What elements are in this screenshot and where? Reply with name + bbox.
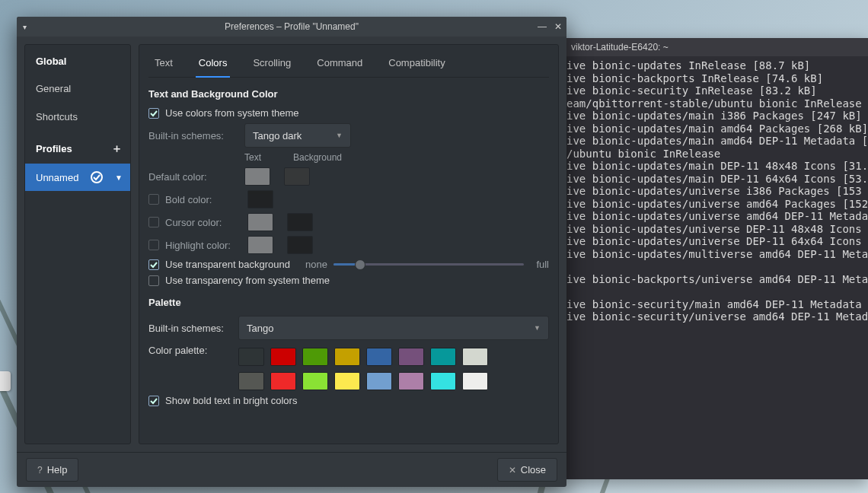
label-color-palette: Color palette: — [148, 345, 232, 356]
palette-swatch-1-1[interactable] — [270, 372, 296, 390]
sidebar-profile-unnamed[interactable]: Unnamed ▼ — [25, 164, 130, 191]
checkbox-show-bold-bright[interactable] — [148, 396, 159, 406]
checkbox-bold-color — [148, 194, 159, 205]
close-x-icon: ✕ — [509, 465, 516, 476]
main-panel: TextColorsScrollingCommandCompatibility … — [139, 44, 559, 444]
label-builtin-schemes: Built-in schemes: — [148, 130, 238, 142]
sidebar-profiles-heading: Profiles — [36, 143, 72, 154]
palette-swatch-1-2[interactable] — [302, 372, 328, 390]
palette-grid — [238, 348, 488, 390]
tab-command[interactable]: Command — [314, 54, 365, 77]
label-show-bold-bright: Show bold text in bright colors — [165, 395, 297, 406]
help-button[interactable]: ? Help — [26, 458, 78, 482]
label-none: none — [305, 259, 327, 270]
swatch-highlight-bg — [287, 236, 313, 254]
palette-swatch-1-7[interactable] — [462, 372, 488, 390]
dialog-title-text: Preferences – Profile "Unnamed" — [225, 21, 359, 32]
label-full: full — [536, 259, 549, 270]
label-transparency-theme: Use transparency from system theme — [165, 275, 330, 286]
swatch-cursor-text — [247, 213, 273, 231]
palette-swatch-1-5[interactable] — [398, 372, 424, 390]
checkbox-transparency-theme[interactable] — [148, 275, 159, 286]
profile-default-icon — [91, 171, 103, 183]
chevron-down-icon: ▼ — [336, 132, 343, 139]
terminal-title: viktor-Latitude-E6420: ~ — [565, 38, 868, 56]
select-palette-scheme[interactable]: Tango ▼ — [238, 316, 549, 340]
palette-swatch-1-4[interactable] — [366, 372, 392, 390]
palette-swatch-1-3[interactable] — [334, 372, 360, 390]
col-text: Text — [244, 152, 275, 163]
dialog-titlebar: ▾ Preferences – Profile "Unnamed" — ✕ — [17, 17, 566, 37]
palette-swatch-0-2[interactable] — [302, 348, 328, 366]
taskbar-peek — [0, 371, 11, 391]
window-menu-icon[interactable]: ▾ — [23, 23, 27, 31]
label-highlight-color: Highlight color: — [165, 240, 241, 251]
tabs: TextColorsScrollingCommandCompatibility — [148, 45, 549, 78]
profile-name: Unnamed — [36, 172, 78, 183]
swatch-cursor-bg — [287, 213, 313, 231]
minimize-icon[interactable]: — — [538, 21, 547, 32]
terminal-output: ive bionic-updates InRelease [88.7 kB] i… — [565, 56, 868, 326]
palette-swatch-0-6[interactable] — [430, 348, 456, 366]
tab-compatibility[interactable]: Compatibility — [385, 54, 448, 77]
col-bg: Background — [293, 152, 342, 163]
swatch-default-bg — [284, 167, 310, 186]
select-builtin-scheme[interactable]: Tango dark ▼ — [244, 123, 351, 148]
swatch-highlight-text — [247, 236, 273, 254]
tab-text[interactable]: Text — [152, 54, 176, 77]
palette-swatch-0-5[interactable] — [398, 348, 424, 366]
profile-menu-icon[interactable]: ▼ — [115, 173, 123, 182]
label-cursor-color: Cursor color: — [165, 217, 241, 228]
palette-swatch-0-7[interactable] — [462, 348, 488, 366]
checkbox-use-system-colors[interactable] — [148, 108, 159, 119]
add-profile-icon[interactable]: ＋ — [111, 142, 123, 156]
terminal-window: viktor-Latitude-E6420: ~ ive bionic-upda… — [565, 38, 868, 479]
slider-transparency[interactable] — [333, 259, 524, 270]
sidebar: Global General Shortcuts Profiles ＋ Unna… — [24, 44, 131, 444]
chevron-down-icon: ▼ — [534, 324, 541, 332]
close-icon[interactable]: ✕ — [554, 21, 562, 32]
palette-swatch-1-0[interactable] — [238, 372, 264, 390]
sidebar-item-general[interactable]: General — [25, 75, 130, 103]
sidebar-global-heading: Global — [25, 45, 130, 75]
palette-swatch-0-1[interactable] — [270, 348, 296, 366]
tab-colors[interactable]: Colors — [196, 54, 231, 78]
tab-scrolling[interactable]: Scrolling — [250, 54, 294, 77]
label-bold-color: Bold color: — [165, 194, 241, 205]
palette-swatch-0-4[interactable] — [366, 348, 392, 366]
label-default-color: Default color: — [148, 171, 238, 183]
swatch-default-text — [244, 167, 270, 186]
palette-swatch-0-3[interactable] — [334, 348, 360, 366]
swatch-bold-text — [247, 190, 273, 208]
palette-swatch-0-0[interactable] — [238, 348, 264, 366]
label-palette-builtin: Built-in schemes: — [148, 323, 232, 334]
palette-swatch-1-6[interactable] — [430, 372, 456, 390]
close-button[interactable]: ✕ Close — [497, 458, 557, 482]
label-use-system-colors: Use colors from system theme — [165, 107, 299, 119]
preferences-dialog: ▾ Preferences – Profile "Unnamed" — ✕ Gl… — [17, 17, 566, 487]
sidebar-item-shortcuts[interactable]: Shortcuts — [25, 103, 130, 131]
section-palette-heading: Palette — [148, 297, 549, 308]
section-text-bg-heading: Text and Background Color — [148, 88, 549, 100]
label-transparent-bg: Use transparent background — [165, 259, 290, 270]
checkbox-cursor-color — [148, 217, 159, 227]
checkbox-transparent-bg[interactable] — [148, 259, 159, 270]
checkbox-highlight-color — [148, 240, 159, 250]
help-icon: ? — [37, 465, 43, 476]
